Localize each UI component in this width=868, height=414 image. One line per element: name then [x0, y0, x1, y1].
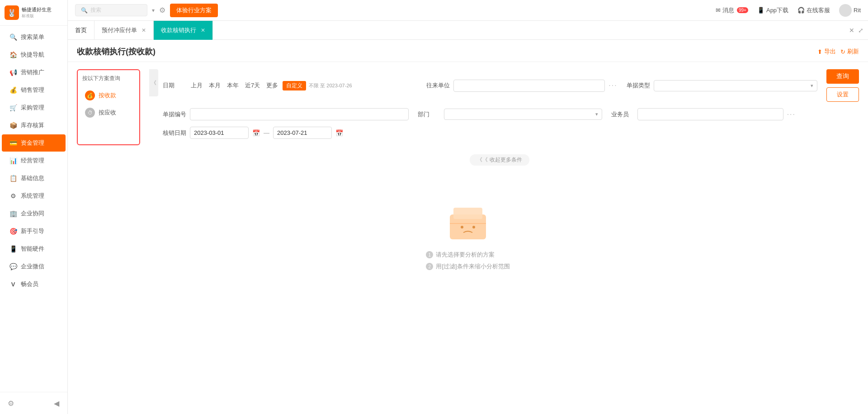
filter-area: 按以下方案查询 💰 按收款 ⏱ 按应收 《 — [68, 62, 868, 152]
logo-text-block: 畅捷通好生意 标准版 — [19, 6, 52, 19]
sidebar: 🐰 畅捷通好生意 标准版 🔍 搜索菜单 🏠 快捷导航 📢 营销推广 💰 销售管理… — [0, 0, 68, 414]
form-row-2: 单据编号 部门 ▾ 业务员 — [163, 108, 859, 120]
collapse-more-button[interactable]: 《《 收起更多条件 — [470, 154, 529, 166]
tab-writeoff-label: 收款核销执行 — [161, 26, 196, 34]
sidebar-label-finance: 资金管理 — [21, 139, 44, 147]
export-icon: ⬆ — [817, 48, 822, 55]
collapse-left-icon: 《 — [151, 79, 156, 87]
finance-icon: 💳 — [9, 139, 17, 147]
app-logo: 🐰 畅捷通好生意 标准版 — [0, 0, 67, 26]
dept-label: 部门 — [418, 110, 440, 119]
sidebar-label-quick: 快捷导航 — [21, 51, 44, 59]
writeoff-end-calendar-icon[interactable]: 📅 — [335, 129, 343, 137]
filter-sidebar-title: 按以下方案查询 — [82, 75, 135, 82]
sidebar-item-operations[interactable]: 📊 经营管理 — [2, 152, 66, 169]
staff-dots-icon[interactable]: ··· — [787, 110, 796, 119]
counterparty-dots-icon[interactable]: ··· — [609, 81, 617, 90]
sidebar-menu: 🔍 搜索菜单 🏠 快捷导航 📢 营销推广 💰 销售管理 🛒 采购管理 📦 库存核… — [0, 26, 67, 392]
online-service-item[interactable]: 🎧 在线客服 — [797, 6, 830, 14]
counterparty-label: 往来单位 — [426, 81, 450, 90]
sidebar-item-quick[interactable]: 🏠 快捷导航 — [2, 46, 66, 63]
tab-maximize-icon[interactable]: ⤢ — [858, 27, 863, 34]
header-left: 🔍 搜索 ▾ ⚙ 体验行业方案 — [75, 4, 218, 17]
tab-close-all-icon[interactable]: ✕ — [849, 27, 854, 34]
solution-button[interactable]: 体验行业方案 — [170, 4, 218, 17]
sidebar-item-search[interactable]: 🔍 搜索菜单 — [2, 29, 66, 46]
writeoff-start-calendar-icon[interactable]: 📅 — [252, 129, 260, 137]
logo-icon: 🐰 — [5, 5, 19, 20]
date-separator: — — [264, 129, 269, 136]
export-label: 导出 — [824, 48, 836, 56]
search-icon: 🔍 — [9, 33, 17, 41]
sidebar-item-enterprise[interactable]: 🏢 企业协同 — [2, 205, 66, 222]
date-tab-last-month[interactable]: 上月 — [189, 81, 204, 90]
export-button[interactable]: ⬆ 导出 — [817, 48, 836, 56]
date-tab-this-month[interactable]: 本月 — [207, 81, 222, 90]
header-search-box[interactable]: 🔍 搜索 — [75, 4, 147, 16]
date-tab-7days[interactable]: 近7天 — [243, 81, 262, 90]
sidebar-item-purchase[interactable]: 🛒 采购管理 — [2, 99, 66, 116]
writeoff-end-input[interactable] — [273, 127, 332, 139]
date-field: 日期 上月 本月 本年 近7天 更多 自定义 不限 至 2023-07-26 — [163, 81, 417, 90]
tab-writeoff-close[interactable]: ✕ — [201, 27, 205, 33]
receipt-option-icon: 💰 — [85, 90, 95, 100]
header-dropdown-icon[interactable]: ▾ — [152, 7, 155, 14]
sales-icon: 💰 — [9, 86, 17, 94]
header-gear-icon[interactable]: ⚙ — [159, 6, 165, 14]
empty-illustration — [441, 196, 495, 242]
tab-prepay-label: 预付冲应付单 — [102, 26, 137, 34]
sidebar-label-enterprise: 企业协同 — [21, 209, 44, 218]
settings-button[interactable]: 设置 — [826, 87, 859, 102]
settings-bottom-icon[interactable]: ⚙ — [5, 397, 17, 409]
refresh-button[interactable]: ↻ 刷新 — [840, 48, 859, 56]
counterparty-input[interactable] — [453, 80, 605, 92]
collapse-more-section: 《《 收起更多条件 — [131, 152, 868, 169]
sidebar-item-system[interactable]: ⚙ 系统管理 — [2, 187, 66, 205]
query-button[interactable]: 查询 — [826, 69, 859, 84]
inventory-icon: 📦 — [9, 121, 17, 129]
messages-badge: 99+ — [737, 7, 748, 13]
messages-item[interactable]: ✉ 消息 99+ — [716, 6, 748, 14]
tab-home-label: 首页 — [75, 26, 87, 34]
tab-prepay[interactable]: 预付冲应付单 ✕ — [94, 21, 154, 40]
sidebar-item-basic[interactable]: 📋 基础信息 — [2, 170, 66, 187]
sidebar-item-finance[interactable]: 💳 资金管理 — [2, 134, 66, 152]
date-tab-this-year[interactable]: 本年 — [225, 81, 241, 90]
sidebar-item-inventory[interactable]: 📦 库存核算 — [2, 117, 66, 134]
dept-select[interactable]: ▾ — [444, 109, 602, 120]
sidebar-item-vip[interactable]: V 畅会员 — [2, 276, 66, 293]
sidebar-item-guide[interactable]: 🎯 新手引导 — [2, 223, 66, 240]
filter-collapse-button[interactable]: 《 — [149, 69, 158, 96]
sidebar-item-marketing[interactable]: 📢 营销推广 — [2, 64, 66, 81]
hardware-icon: 📱 — [9, 245, 17, 253]
marketing-icon: 📢 — [9, 68, 17, 76]
staff-input[interactable] — [637, 108, 783, 120]
tab-home[interactable]: 首页 — [68, 21, 94, 40]
user-avatar — [839, 4, 852, 17]
sidebar-item-sales[interactable]: 💰 销售管理 — [2, 81, 66, 99]
dept-arrow-icon: ▾ — [595, 111, 598, 117]
system-icon: ⚙ — [9, 192, 17, 200]
date-label: 日期 — [163, 81, 185, 90]
docno-input[interactable] — [190, 108, 409, 120]
tab-prepay-close[interactable]: ✕ — [142, 27, 146, 33]
collapse-sidebar-icon[interactable]: ◀ — [50, 397, 63, 409]
filter-sidebar: 按以下方案查询 💰 按收款 ⏱ 按应收 — [77, 69, 140, 145]
date-tab-more[interactable]: 更多 — [264, 81, 280, 90]
page-content: 收款核销执行(按收款) ⬆ 导出 ↻ 刷新 按以下方案查询 — [68, 40, 868, 414]
sidebar-item-hardware[interactable]: 📱 智能硬件 — [2, 240, 66, 257]
tab-writeoff[interactable]: 收款核销执行 ✕ — [154, 21, 213, 40]
sidebar-item-wechat[interactable]: 💬 企业微信 — [2, 258, 66, 275]
filter-option-receipt[interactable]: 💰 按收款 — [82, 87, 135, 104]
filter-option-receivable[interactable]: ⏱ 按应收 — [82, 104, 135, 121]
sidebar-label-inventory: 库存核算 — [21, 121, 44, 129]
doctype-select[interactable]: ▾ — [654, 80, 817, 91]
date-tab-custom[interactable]: 自定义 — [283, 81, 306, 90]
app-download-item[interactable]: 📱 App下载 — [757, 6, 788, 14]
writeoff-start-input[interactable] — [190, 127, 249, 139]
empty-state: 1 请先选择要分析的方案 2 用[过滤]条件来缩小分析范围 — [68, 169, 868, 316]
purchase-icon: 🛒 — [9, 104, 17, 112]
user-name: Rit — [854, 7, 861, 14]
header-search-placeholder: 搜索 — [90, 6, 101, 14]
user-profile[interactable]: Rit — [839, 4, 861, 17]
